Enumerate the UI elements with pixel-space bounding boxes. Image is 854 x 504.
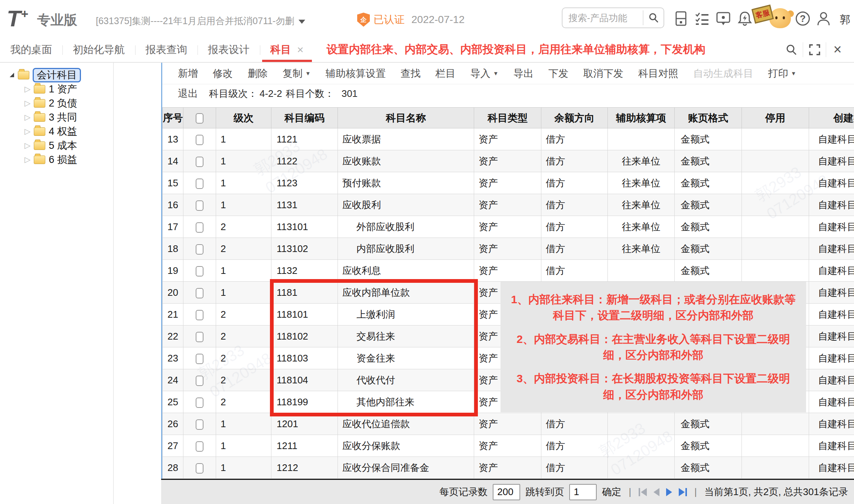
cell-type: 资产 (474, 260, 541, 282)
column-header: 账页格式 (675, 108, 742, 128)
user-icon[interactable] (815, 10, 832, 27)
row-checkbox[interactable] (196, 244, 203, 255)
toolbar-secondary: 退出 科目级次：4-2-2科目个数：301 (162, 84, 854, 103)
per-page-input[interactable] (493, 484, 520, 500)
row-checkbox[interactable] (196, 179, 203, 189)
tree-collapsed-caret-icon[interactable]: ▷ (25, 141, 30, 150)
tree-item-2 负债[interactable]: ▷2 负债 (25, 96, 113, 110)
toolbar-button-新增[interactable]: 新增 (178, 67, 198, 80)
cell-direction: 借方 (541, 128, 608, 150)
cell-created: 自建科目 (809, 238, 854, 260)
tree-root-accounting-subjects[interactable]: 会计科目 (10, 68, 113, 82)
tree-collapsed-caret-icon[interactable]: ▷ (25, 113, 30, 122)
search-icon[interactable] (643, 12, 664, 23)
help-icon[interactable]: ? (795, 10, 811, 27)
row-checkbox[interactable] (196, 310, 203, 320)
row-checkbox[interactable] (196, 266, 203, 276)
tree-collapsed-caret-icon[interactable]: ▷ (25, 155, 30, 164)
cell-format: 金额式 (675, 172, 742, 194)
tree-item-3 共同[interactable]: ▷3 共同 (25, 110, 113, 124)
tree-item-5 成本[interactable]: ▷5 成本 (25, 138, 113, 153)
tab-label: 报表查询 (146, 43, 187, 57)
row-checkbox[interactable] (196, 288, 203, 298)
notification-bell-icon[interactable] (737, 10, 753, 27)
last-page-icon[interactable] (679, 488, 687, 496)
exit-button[interactable]: 退出 (178, 87, 198, 100)
per-page-label: 每页记录数 (439, 485, 488, 498)
cell-name: 应收票据 (338, 128, 474, 150)
toolbar-button-下发[interactable]: 下发 (548, 67, 568, 80)
cell-no: 16 (163, 194, 183, 216)
row-checkbox[interactable] (196, 419, 203, 430)
top-header: T+ 专业版 [631375]集测----21年1月启用合并抵消0711-勿删 … (0, 0, 854, 37)
row-checkbox[interactable] (196, 332, 203, 342)
toolbar-button-科目对照[interactable]: 科目对照 (638, 67, 678, 80)
row-checkbox[interactable] (196, 397, 203, 408)
toolbar-button-查找[interactable]: 查找 (401, 67, 421, 80)
cell-direction: 借方 (541, 260, 608, 282)
toolbar-button-删除[interactable]: 删除 (248, 67, 268, 80)
cell-type: 资产 (474, 172, 541, 194)
table-row: 1611131应收股利资产借方往来单位金额式自建科目 (163, 194, 854, 216)
tree-item-label: 6 损益 (49, 153, 77, 166)
cell-code: 1131 (271, 194, 338, 216)
next-page-icon[interactable] (666, 488, 672, 496)
customer-service-mascot-icon[interactable]: 客服 (753, 3, 794, 34)
toolbar-button-导出[interactable]: 导出 (514, 67, 534, 80)
button-label: 导出 (514, 67, 534, 80)
checklist-icon[interactable] (694, 10, 710, 27)
toolbar-button-栏目[interactable]: 栏目 (436, 67, 456, 80)
toolbar-button-辅助核算设置[interactable]: 辅助核算设置 (326, 67, 386, 80)
prev-page-icon[interactable] (653, 488, 659, 496)
row-checkbox[interactable] (196, 135, 203, 145)
tree-collapsed-caret-icon[interactable]: ▷ (25, 127, 30, 136)
row-checkbox[interactable] (196, 222, 203, 233)
toolbar-button-修改[interactable]: 修改 (213, 67, 233, 80)
toolbar-button-打印[interactable]: 打印▼ (768, 67, 796, 80)
row-checkbox[interactable] (196, 441, 203, 452)
row-checkbox[interactable] (196, 354, 203, 364)
user-name[interactable]: 郭 (840, 13, 850, 27)
search-input[interactable] (563, 13, 643, 23)
tab-初始化导航[interactable]: 初始化导航 (62, 37, 135, 62)
button-label: 打印 (768, 67, 788, 80)
row-checkbox[interactable] (196, 200, 203, 211)
device-icon[interactable] (673, 10, 689, 27)
tab-科目[interactable]: 科目× (260, 37, 314, 62)
close-icon[interactable]: × (826, 42, 849, 57)
goto-page-input[interactable] (569, 484, 597, 500)
account-switcher[interactable]: [631375]集测----21年1月启用合并抵消0711-勿删 (96, 15, 305, 27)
tree-item-1 资产[interactable]: ▷1 资产 (25, 82, 113, 96)
cell-level: 1 (216, 457, 271, 479)
tree-expanded-caret-icon[interactable] (10, 73, 14, 77)
tree-item-6 损益[interactable]: ▷6 损益 (25, 153, 113, 167)
cell-format: 金额式 (675, 260, 742, 282)
tab-search-icon[interactable] (780, 42, 803, 57)
toolbar-button-取消下发[interactable]: 取消下发 (583, 67, 623, 80)
select-all-checkbox[interactable] (196, 113, 203, 124)
cell-no: 23 (163, 347, 183, 369)
row-checkbox[interactable] (196, 463, 203, 474)
tab-报表设计[interactable]: 报表设计 (198, 37, 260, 62)
row-checkbox[interactable] (196, 157, 203, 167)
first-page-icon[interactable] (639, 488, 647, 496)
cell-stop (742, 194, 809, 216)
toolbar-button-复制[interactable]: 复制▼ (283, 67, 311, 80)
cell-level: 2 (216, 216, 271, 238)
tab-报表查询[interactable]: 报表查询 (135, 37, 198, 62)
message-icon[interactable] (715, 10, 731, 27)
tree-item-4 权益[interactable]: ▷4 权益 (25, 124, 113, 138)
cell-stop (742, 457, 809, 479)
tab-我的桌面[interactable]: 我的桌面 (0, 37, 62, 62)
tab-close-icon[interactable]: × (297, 43, 304, 56)
tree-collapsed-caret-icon[interactable]: ▷ (25, 85, 30, 94)
tree-collapsed-caret-icon[interactable]: ▷ (25, 99, 30, 108)
tabbar-tools: × (780, 37, 849, 62)
toolbar-button-导入[interactable]: 导入▼ (470, 67, 499, 80)
cell-type: 资产 (474, 457, 541, 479)
fullscreen-icon[interactable] (803, 42, 826, 57)
confirm-button[interactable]: 确定 (602, 485, 621, 498)
column-header (183, 108, 216, 128)
cell-name: 应收分保账款 (338, 435, 474, 457)
row-checkbox[interactable] (196, 376, 203, 386)
